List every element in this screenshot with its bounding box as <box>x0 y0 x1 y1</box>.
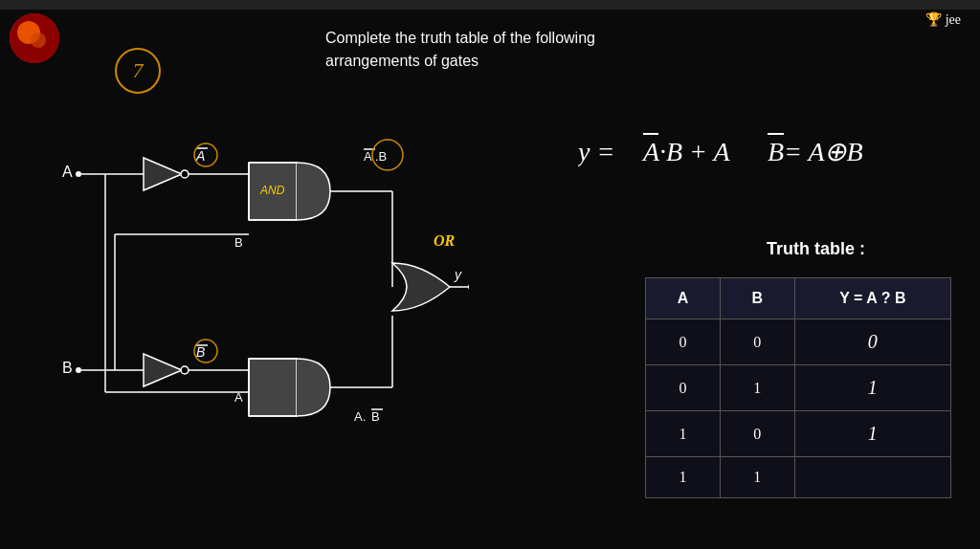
circuit-area: A B A B B <box>57 96 469 497</box>
table-cell: 0 <box>720 411 794 457</box>
svg-text:B: B <box>371 409 380 424</box>
col-y-header: Y = A ? B <box>794 278 950 319</box>
logo-area <box>10 13 67 71</box>
table-row: 11 <box>646 457 951 498</box>
question-number-text: 7 <box>133 58 144 83</box>
svg-rect-45 <box>249 359 297 416</box>
table-header-row: A B Y = A ? B <box>646 278 951 319</box>
table-cell: 0 <box>646 319 721 365</box>
trophy-icon: 🏆 <box>925 11 942 28</box>
jee-badge: 🏆 jee <box>925 11 961 28</box>
table-cell: 1 <box>720 457 794 498</box>
svg-text:A: A <box>641 137 660 166</box>
question-line1: Complete the truth table of the followin… <box>325 30 595 46</box>
svg-text:A: A <box>364 149 372 164</box>
table-cell: 1 <box>646 411 721 457</box>
table-row: 000 <box>646 319 951 365</box>
table-row: 101 <box>646 411 951 457</box>
table-cell: 0 <box>794 319 950 365</box>
svg-text:AND: AND <box>259 184 285 197</box>
svg-point-2 <box>31 33 46 48</box>
svg-text:B: B <box>234 235 243 250</box>
table-row: 011 <box>646 365 951 411</box>
svg-point-11 <box>76 171 81 177</box>
table-cell: 1 <box>794 411 950 457</box>
svg-text:A: A <box>62 164 73 180</box>
svg-text:= A⊕B: = A⊕B <box>784 137 863 166</box>
svg-marker-20 <box>144 158 182 190</box>
svg-point-55 <box>468 284 469 290</box>
svg-point-13 <box>76 367 81 373</box>
table-cell: 1 <box>720 365 794 411</box>
col-b-header: B <box>720 278 794 319</box>
svg-text:A: A <box>234 390 243 405</box>
svg-text:y =: y = <box>578 137 614 166</box>
question-line2: arrangements of gates <box>325 53 479 69</box>
svg-point-28 <box>181 366 189 374</box>
svg-text:B: B <box>768 137 784 166</box>
svg-text:B: B <box>62 360 73 376</box>
truth-table-label-text: Truth table : <box>767 239 865 258</box>
jee-label: jee <box>946 12 961 28</box>
svg-point-21 <box>181 170 189 178</box>
svg-text:y: y <box>454 267 462 282</box>
svg-text:A.: A. <box>354 409 366 424</box>
logo-circle <box>10 13 59 63</box>
question-number: 7 <box>115 48 161 94</box>
truth-table-label: Truth table : <box>767 239 865 259</box>
table-cell: 0 <box>646 365 721 411</box>
question-text: Complete the truth table of the followin… <box>325 27 865 73</box>
svg-text:·B + A: ·B + A <box>659 137 730 166</box>
col-a-header: A <box>646 278 721 319</box>
svg-text:.B: .B <box>375 149 387 164</box>
or-gate-label: OR <box>434 232 455 250</box>
truth-table: A B Y = A ? B 00001110111 <box>645 277 951 498</box>
svg-marker-27 <box>144 354 182 386</box>
table-cell: 0 <box>720 319 794 365</box>
table-cell: 1 <box>646 457 721 498</box>
table-cell: 1 <box>794 365 950 411</box>
svg-text:B: B <box>196 344 205 360</box>
table-cell <box>794 457 950 498</box>
top-bar <box>0 0 980 10</box>
formula-area: y = A ·B + A B = A⊕B <box>578 124 942 178</box>
